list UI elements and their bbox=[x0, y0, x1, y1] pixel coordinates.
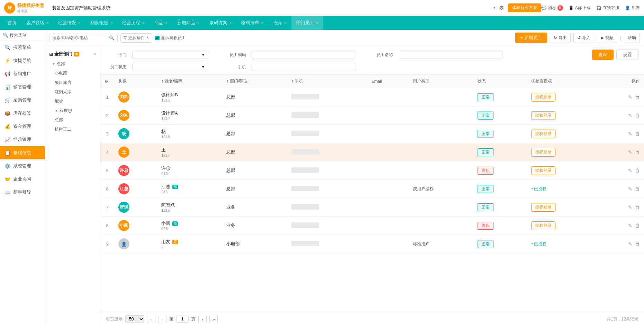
sidebar-item-系统管理[interactable]: ⚙️系统管理 bbox=[0, 159, 45, 173]
search-submit-icon[interactable]: 🔍 bbox=[109, 35, 115, 41]
prev-page-btn[interactable]: ‹ bbox=[158, 315, 166, 323]
sidebar-item-快捷导航[interactable]: ⚡快捷导航 bbox=[0, 54, 45, 67]
tab-close-icon[interactable]: × bbox=[229, 21, 232, 25]
dept-tree-item-总部[interactable]: 总部 bbox=[48, 115, 100, 125]
auth-btn[interactable]: 授权登录 bbox=[531, 221, 555, 230]
delete-icon[interactable]: 🗑 bbox=[635, 113, 640, 118]
edit-icon[interactable]: ✎ bbox=[628, 241, 632, 247]
tab-close-icon[interactable]: × bbox=[197, 21, 199, 25]
auth-btn[interactable]: 授权登录 bbox=[531, 166, 555, 175]
user-btn[interactable]: 👤 用友 bbox=[625, 5, 640, 11]
online-service-btn[interactable]: 🎧 在线客服 bbox=[596, 5, 619, 11]
delete-icon[interactable]: 🗑 bbox=[635, 186, 640, 192]
import-btn[interactable]: ↺ 导入 bbox=[573, 33, 594, 43]
delete-icon[interactable]: 🗑 bbox=[635, 223, 640, 228]
message-btn[interactable]: 💬 消息 5 bbox=[541, 5, 563, 11]
auth-btn[interactable]: 授权登录 bbox=[531, 203, 555, 212]
try-btn[interactable]: 体验行业方案 bbox=[508, 3, 541, 12]
tab-close-icon[interactable]: × bbox=[110, 21, 112, 25]
emp-code-input[interactable] bbox=[252, 51, 355, 59]
nav-tab-物料清单[interactable]: 物料清单× bbox=[236, 16, 268, 30]
nav-tab-利润报告[interactable]: 利润报告× bbox=[85, 16, 117, 30]
th-dept[interactable]: ↕ 部门/职位 bbox=[222, 75, 287, 88]
emp-status-select[interactable]: ▼ bbox=[132, 63, 208, 71]
edit-icon[interactable]: ✎ bbox=[628, 186, 632, 192]
tab-close-icon[interactable]: × bbox=[165, 21, 167, 25]
set-btn[interactable]: 设置 bbox=[616, 50, 638, 60]
sidebar-item-销售管理[interactable]: 📊销售管理 bbox=[0, 80, 45, 94]
dept-tree-item-配货[interactable]: 配货 bbox=[48, 97, 100, 106]
dept-tree-item-沈阳大库[interactable]: 沈阳大库 bbox=[48, 87, 100, 97]
first-page-btn[interactable]: « bbox=[147, 315, 155, 323]
all-dept-label[interactable]: 全部部门 bbox=[54, 51, 72, 57]
auth-btn[interactable]: 授权登录 bbox=[531, 148, 555, 157]
auth-btn[interactable]: 授权登录 bbox=[531, 130, 555, 138]
query-btn[interactable]: 查询 bbox=[592, 50, 614, 60]
dept-tree-item-总部[interactable]: ▼总部 bbox=[48, 59, 100, 69]
delete-icon[interactable]: 🗑 bbox=[635, 94, 640, 100]
delete-icon[interactable]: 🗑 bbox=[635, 168, 640, 173]
edit-icon[interactable]: ✎ bbox=[628, 94, 632, 100]
tab-close-icon[interactable]: × bbox=[284, 21, 287, 25]
tab-close-icon[interactable]: × bbox=[261, 21, 263, 25]
edit-icon[interactable]: ✎ bbox=[628, 223, 632, 228]
nav-tab-条码方案[interactable]: 条码方案× bbox=[205, 16, 236, 30]
delete-icon[interactable]: 🗑 bbox=[635, 131, 640, 136]
delete-icon[interactable]: 🗑 bbox=[635, 241, 640, 247]
system-title-dropdown[interactable]: ▼ bbox=[493, 6, 496, 10]
sidebar-item-采购管理[interactable]: 🛒采购管理 bbox=[0, 94, 45, 107]
sidebar-item-企业协同[interactable]: 🤝企业协同 bbox=[0, 173, 45, 186]
nav-tab-仓库[interactable]: 仓库× bbox=[269, 16, 291, 30]
edit-icon[interactable]: ✎ bbox=[628, 131, 632, 136]
export-btn[interactable]: ↻ 导出 bbox=[550, 33, 571, 43]
dept-select[interactable]: ▼ bbox=[132, 51, 208, 59]
app-download-btn[interactable]: 📱 App下载 bbox=[569, 5, 591, 11]
dept-tree-item-小电部[interactable]: 小电部 bbox=[48, 69, 100, 78]
nav-tab-经营情况[interactable]: 经营情况× bbox=[53, 16, 85, 30]
phone-input[interactable] bbox=[252, 63, 355, 71]
sidebar-item-新手引导[interactable]: 📖新手引导 bbox=[0, 186, 45, 199]
show-former-input[interactable] bbox=[155, 36, 160, 40]
delete-icon[interactable]: 🗑 bbox=[635, 149, 640, 155]
sidebar-item-搜索菜单[interactable]: 🔍搜索菜单 bbox=[0, 41, 45, 54]
sidebar-item-营销推广[interactable]: 📢营销推广 bbox=[0, 67, 45, 80]
dept-collapse-btn[interactable]: « bbox=[93, 52, 96, 56]
nav-tab-经营历程[interactable]: 经营历程× bbox=[117, 16, 149, 30]
dept-tree-item-双鹿想[interactable]: ▼双鹿想 bbox=[48, 106, 100, 115]
dept-tree-item-项目库房[interactable]: 项目库房 bbox=[48, 78, 100, 87]
delete-icon[interactable]: 🗑 bbox=[635, 204, 640, 210]
auth-btn[interactable]: 授权登录 bbox=[531, 93, 555, 102]
help-btn[interactable]: 帮助 bbox=[624, 33, 640, 43]
tab-close-icon[interactable]: × bbox=[78, 21, 80, 25]
sidebar-search-input[interactable] bbox=[10, 33, 42, 38]
add-employee-btn[interactable]: + 新增员工 bbox=[515, 33, 547, 43]
show-former-checkbox[interactable]: 显示离职员工 bbox=[155, 35, 186, 41]
last-page-btn[interactable]: » bbox=[209, 315, 218, 323]
edit-icon[interactable]: ✎ bbox=[628, 149, 632, 155]
more-filter-btn[interactable]: ▽ 更多条件 ∧ bbox=[120, 33, 152, 43]
search-input[interactable] bbox=[52, 35, 108, 40]
sidebar-item-基础信息[interactable]: 📋基础信息 bbox=[0, 146, 45, 159]
gear-icon[interactable]: ⚙ bbox=[499, 5, 504, 11]
nav-tab-商品[interactable]: 商品× bbox=[149, 16, 172, 30]
tab-close-icon[interactable]: × bbox=[316, 21, 318, 25]
auth-btn[interactable]: 授权登录 bbox=[531, 111, 555, 120]
emp-name-input[interactable] bbox=[399, 51, 502, 59]
current-page-input[interactable] bbox=[176, 316, 189, 323]
dept-edit-badge[interactable]: ✎ bbox=[74, 52, 79, 56]
th-phone[interactable]: ↕ 手机 bbox=[287, 75, 367, 88]
edit-icon[interactable]: ✎ bbox=[628, 168, 632, 173]
th-settings[interactable]: ⚙ bbox=[100, 75, 114, 88]
sidebar-item-资金管理[interactable]: 💰资金管理 bbox=[0, 120, 45, 133]
th-name[interactable]: ↕ 姓名/编码 bbox=[157, 75, 222, 88]
nav-tab-新增商品[interactable]: 新增商品× bbox=[172, 16, 204, 30]
edit-icon[interactable]: ✎ bbox=[628, 204, 632, 210]
sidebar-item-经营管理[interactable]: 📈经营管理 bbox=[0, 133, 45, 146]
nav-tab-客户联络[interactable]: 客户联络× bbox=[21, 16, 53, 30]
nav-tab-首页[interactable]: 首页 bbox=[3, 16, 21, 30]
tab-close-icon[interactable]: × bbox=[142, 21, 144, 25]
view-btn[interactable]: ▶ 视频 bbox=[597, 33, 617, 43]
edit-icon[interactable]: ✎ bbox=[628, 113, 632, 118]
sidebar-item-库存核算[interactable]: 📦库存核算 bbox=[0, 107, 45, 120]
dept-tree-item-植树王二[interactable]: 植树王二 bbox=[48, 125, 100, 134]
